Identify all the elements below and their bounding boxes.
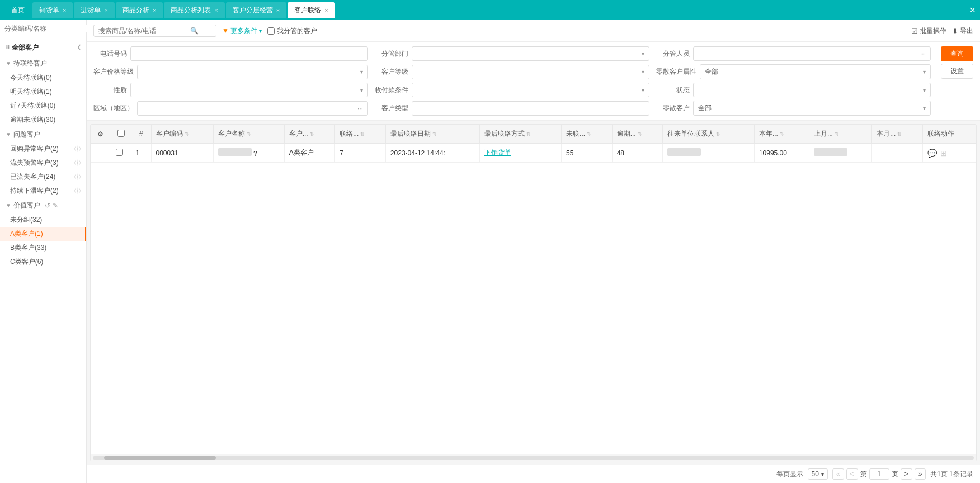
sidebar-all-customers[interactable]: ⠿ 全部客户 《 [0,40,86,56]
table-scroll[interactable]: ⚙ # 客户编码⇅ 客户名称⇅ [91,125,976,454]
sort-thismonth-icon[interactable]: ⇅ [897,131,902,137]
sidebar-item-a-class[interactable]: A类客户(1) [0,227,86,241]
field-status: 状态 ▾ [656,83,931,97]
qr-icon[interactable]: ⊞ [940,149,947,158]
payment-select[interactable]: ▾ [412,83,649,97]
sidebar-item-repurchase[interactable]: 回购异常客户(2) ⓘ [0,142,86,156]
setting-button[interactable]: 设置 [941,64,973,79]
sort-uncontacted-icon[interactable]: ⇅ [587,131,591,137]
tab-purchase[interactable]: 进货单 × [74,2,114,18]
tab-sales[interactable]: 销货单 × [32,2,73,18]
cell-action: 💬 ⊞ [922,144,976,163]
close-customer-layer-icon[interactable]: × [276,7,280,13]
next-page-button[interactable]: > [901,468,912,480]
close-purchase-icon[interactable]: × [104,7,107,13]
sort-method-icon[interactable]: ⇅ [526,131,531,137]
sidebar-item-tomorrow[interactable]: 明天待联络(1) [0,85,86,99]
sidebar-item-ungroup[interactable]: 未分组(32) [0,213,86,227]
page-unit: 页 [892,470,898,479]
sidebar-item-lost[interactable]: 已流失客户(24) ⓘ [0,170,86,184]
edit-value-icon[interactable]: ✎ [53,202,58,210]
adv-filter: 电话号码 分管部门 ▾ 分管人员 [87,42,980,121]
customer-level-select[interactable]: ▾ [412,65,649,79]
cell-this-month [872,144,923,163]
sort-code-icon[interactable]: ⇅ [185,131,189,137]
sort-person-icon[interactable]: ⇅ [716,131,720,137]
my-customers-checkbox[interactable] [267,27,275,35]
sidebar-item-today[interactable]: 今天待联络(0) [0,71,86,85]
page-size-select[interactable]: 50 ▾ [808,468,828,480]
close-analysis-list-icon[interactable]: × [214,7,218,13]
close-all-button[interactable]: × [969,4,976,16]
status-chevron-icon: ▾ [923,87,926,93]
retail-select[interactable]: 全部 ▾ [693,101,931,116]
tab-home-label: 首页 [11,6,25,15]
last-page-button[interactable]: » [915,468,926,480]
content-area: 🔍 ▼ 更多条件 ▾ 我分管的客户 ☑ 批量操作 ⬇ 导出 [87,20,980,483]
person-select[interactable]: ··· [693,46,931,61]
last-method-link[interactable]: 下销货单 [484,149,511,157]
filter-bar: 🔍 ▼ 更多条件 ▾ 我分管的客户 ☑ 批量操作 ⬇ 导出 [87,20,980,42]
sidebar-item-7days[interactable]: 近7天待联络(0) [0,99,86,113]
retail-attr-select[interactable]: 全部 ▾ [700,64,931,79]
row-checkbox[interactable] [116,149,123,156]
person-dots-icon[interactable]: ··· [920,50,926,58]
tab-customer-layer[interactable]: 客户分层经营 × [226,2,286,18]
chat-icon[interactable]: 💬 [927,149,937,158]
sort-thisyear-icon[interactable]: ⇅ [780,131,784,137]
query-button[interactable]: 查询 [941,46,973,61]
prev-page-button[interactable]: < [846,468,858,480]
first-page-button[interactable]: « [832,468,844,480]
select-all-checkbox[interactable] [117,130,125,137]
th-type: 客户...⇅ [284,125,335,144]
close-sales-icon[interactable]: × [63,7,66,13]
status-select[interactable]: ▾ [693,83,931,97]
gear-icon[interactable]: ⚙ [97,130,103,138]
price-level-select[interactable]: ▾ [137,65,368,79]
tab-home[interactable]: 首页 [4,2,31,18]
sort-overdue-icon[interactable]: ⇅ [638,131,642,137]
section-value[interactable]: ▼ 价值客户 ↺ ✎ [0,198,86,213]
more-conditions-button[interactable]: ▼ 更多条件 ▾ [222,26,262,36]
export-button[interactable]: ⬇ 导出 [952,26,973,36]
sort-name-icon[interactable]: ⇅ [247,131,251,137]
search-icon[interactable]: 🔍 [190,27,199,35]
dept-select[interactable]: ▾ [412,46,649,61]
sidebar-item-b-class[interactable]: B类客户(33) [0,241,86,255]
my-customers-label: 我分管的客户 [277,26,317,36]
sidebar-search-input[interactable] [4,25,88,32]
tab-customer-contact[interactable]: 客户联络 × [288,2,334,18]
collapse-icon[interactable]: 《 [74,44,81,52]
batch-op-button[interactable]: ☑ 批量操作 [911,26,946,36]
sidebar-item-churn-warning[interactable]: 流失预警客户(3) ⓘ [0,156,86,170]
customer-type-input[interactable] [412,101,649,116]
region-select[interactable]: ··· [137,101,368,116]
search-input[interactable] [98,27,188,35]
close-customer-contact-icon[interactable]: × [324,7,328,13]
close-analysis-icon[interactable]: × [153,7,156,13]
sort-date-icon[interactable]: ⇅ [432,131,437,137]
tab-analysis[interactable]: 商品分析 × [116,2,163,18]
cell-no: 1 [131,144,151,163]
nature-select[interactable]: ▾ [130,83,368,97]
cell-uncontacted: 55 [562,144,613,163]
region-dots-icon[interactable]: ··· [357,105,363,112]
sidebar-item-declining[interactable]: 持续下滑客户(2) ⓘ [0,184,86,198]
sort-type-icon[interactable]: ⇅ [310,131,314,137]
tab-analysis-list[interactable]: 商品分析列表 × [164,2,224,18]
region-label: 区域（地区） [93,103,134,113]
sort-contact-icon[interactable]: ⇅ [360,131,365,137]
sidebar-item-overdue[interactable]: 逾期未联络(30) [0,113,86,127]
phone-input[interactable] [130,46,368,61]
section-pending[interactable]: ▼ 待联络客户 [0,56,86,71]
sort-lastmonth-icon[interactable]: ⇅ [835,131,839,137]
page-input[interactable] [869,468,889,480]
th-gear[interactable]: ⚙ [91,125,111,144]
scrollbar-thumb[interactable] [104,456,216,460]
info-churn-warning-icon: ⓘ [74,159,81,167]
section-problem[interactable]: ▼ 问题客户 [0,127,86,142]
refresh-value-icon[interactable]: ↺ [45,202,50,210]
cell-last-method: 下销货单 [480,144,562,163]
sidebar-item-c-class[interactable]: C类客户(6) [0,255,86,269]
page-size-chevron-icon: ▾ [821,471,824,477]
